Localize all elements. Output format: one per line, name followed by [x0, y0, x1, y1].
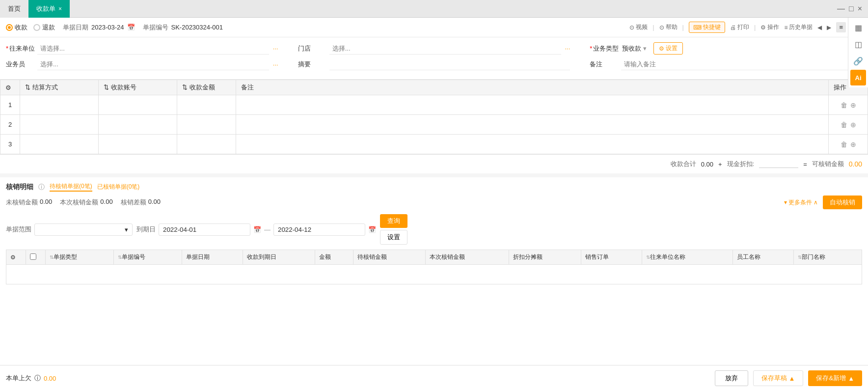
- doc-date-group: 单据日期 2023-03-24 📅: [63, 23, 135, 32]
- tab-receipt[interactable]: 收款单 ×: [28, 0, 70, 18]
- col-amount-label: 收款金额: [190, 84, 215, 91]
- row2-amount[interactable]: [177, 115, 236, 135]
- info-icon[interactable]: ⓘ: [38, 183, 45, 192]
- doc-no-value[interactable]: SK-20230324-001: [171, 24, 223, 31]
- row2-account[interactable]: [99, 115, 177, 135]
- btn-video[interactable]: ⊙ 视频: [629, 23, 648, 31]
- col-remark-label: 备注: [241, 84, 254, 91]
- history-icon: ≡: [784, 24, 787, 31]
- sidebar-doc-icon[interactable]: ◫: [850, 36, 866, 52]
- row2-copy-icon[interactable]: ⊕: [850, 121, 856, 129]
- row3-remark[interactable]: [236, 135, 829, 154]
- unverified-label: 未核销金额: [6, 198, 38, 207]
- row3-settle[interactable]: [20, 135, 99, 154]
- radio-refund[interactable]: 退款: [33, 23, 55, 32]
- video-icon: ⊙: [629, 24, 634, 31]
- btn-help[interactable]: ⊙ 帮助: [659, 23, 678, 31]
- doc-date-value[interactable]: 2023-03-24: [91, 24, 124, 31]
- query-button[interactable]: 查询: [380, 214, 407, 228]
- sidebar-table-icon[interactable]: ▦: [850, 20, 866, 35]
- business-type-select[interactable]: 预收款 ▾: [622, 44, 647, 53]
- counterpart-input[interactable]: [37, 43, 269, 55]
- salesperson-more[interactable]: ···: [273, 61, 278, 68]
- table-row: 3 🗑 ⊕: [0, 135, 868, 154]
- row3-account[interactable]: [99, 135, 177, 154]
- equals-sign: =: [803, 161, 807, 168]
- btn-print[interactable]: 🖨 打印: [730, 23, 749, 31]
- sub-col-gear[interactable]: ⚙: [6, 250, 26, 265]
- salesperson-input[interactable]: [37, 58, 269, 70]
- plus-sign: +: [718, 161, 722, 168]
- discount-label: 现金折扣:: [727, 160, 755, 168]
- table-row: 1 🗑 ⊕: [0, 95, 868, 115]
- row3-delete-icon[interactable]: 🗑: [841, 140, 847, 148]
- col-remark-header: 备注: [236, 80, 829, 95]
- row2-action: 🗑 ⊕: [829, 115, 868, 135]
- row1-copy-icon[interactable]: ⊕: [850, 101, 856, 109]
- counterpart-more[interactable]: ···: [273, 45, 278, 52]
- auto-cancel-button[interactable]: 自动核销: [823, 196, 862, 209]
- tab-receipt-label: 收款单: [36, 4, 55, 13]
- more-conditions-btn[interactable]: ▾ 更多条件 ∧: [784, 198, 818, 207]
- print-icon: 🖨: [730, 24, 736, 31]
- save-new-button[interactable]: 保存&新增 ▲: [808, 370, 862, 386]
- completed-tab[interactable]: 已核销单据(0笔): [97, 183, 140, 191]
- diff-val: 0.00: [148, 198, 161, 207]
- sub-col-checkbox[interactable]: [26, 250, 46, 265]
- summary-input[interactable]: [329, 58, 570, 70]
- row3-amount[interactable]: [177, 135, 236, 154]
- nav-right[interactable]: ▶: [827, 24, 831, 31]
- gear-icon: ⚙: [659, 45, 664, 52]
- discard-button[interactable]: 放弃: [715, 370, 748, 386]
- select-all-checkbox[interactable]: [30, 253, 36, 260]
- radio-receipt[interactable]: 收款: [6, 23, 27, 32]
- row1-settle[interactable]: [20, 95, 99, 115]
- store-more[interactable]: ···: [565, 45, 570, 52]
- date-from-input[interactable]: [159, 223, 250, 236]
- row1-amount[interactable]: [177, 95, 236, 115]
- chevron-up-icon: ∧: [814, 199, 818, 206]
- btn-print-label: 打印: [737, 23, 749, 31]
- sep1: |: [652, 24, 654, 31]
- store-input[interactable]: [329, 43, 561, 55]
- discount-input[interactable]: [759, 160, 798, 168]
- row1-account[interactable]: [99, 95, 177, 115]
- form-row-2: 业务员 ··· 摘要 备注: [6, 58, 862, 70]
- sub-col-no-header: ⇅单据编号: [114, 250, 182, 265]
- set-button[interactable]: 设置: [380, 230, 407, 245]
- verifiable-label: 可核销金额: [812, 160, 844, 168]
- right-sidebar: ▦ ◫ 🔗 Ai: [848, 18, 868, 87]
- btn-shortcut[interactable]: ⌨ 快捷键: [689, 22, 725, 33]
- row3-copy-icon[interactable]: ⊕: [850, 140, 856, 148]
- sidebar-link-icon[interactable]: 🔗: [850, 53, 866, 69]
- save-draft-button[interactable]: 保存草稿 ▲: [753, 370, 804, 386]
- row2-delete-icon[interactable]: 🗑: [841, 121, 847, 129]
- sidebar-ai-icon[interactable]: Ai: [850, 70, 866, 85]
- cal-from-icon[interactable]: 📅: [253, 226, 261, 233]
- minimize-icon[interactable]: —: [837, 4, 845, 13]
- maximize-icon[interactable]: □: [849, 4, 854, 13]
- col-gear-header[interactable]: ⚙: [0, 80, 20, 95]
- tab-home[interactable]: 首页: [0, 0, 28, 18]
- store-label: 门店: [298, 44, 327, 53]
- range-select[interactable]: ▾: [34, 223, 133, 236]
- sub-col-counterpart-header: ⇅往来单位名称: [642, 250, 732, 265]
- date-to-input[interactable]: [273, 223, 365, 236]
- layout-icon[interactable]: ≡: [836, 22, 846, 32]
- pending-tab[interactable]: 待核销单据(0笔): [50, 182, 92, 192]
- cal-to-icon[interactable]: 📅: [368, 226, 376, 233]
- calendar-icon[interactable]: 📅: [127, 24, 135, 31]
- close-icon[interactable]: ×: [858, 4, 862, 13]
- date-actions: 查询 设置: [380, 214, 407, 245]
- row1-remark[interactable]: [236, 95, 829, 115]
- sub-gear-icon: ⚙: [10, 254, 16, 261]
- row2-settle[interactable]: [20, 115, 99, 135]
- nav-left[interactable]: ◀: [817, 24, 822, 31]
- row2-remark[interactable]: [236, 115, 829, 135]
- btn-history[interactable]: ≡ 历史单据: [784, 23, 813, 31]
- row1-delete-icon[interactable]: 🗑: [841, 101, 847, 109]
- btn-operation[interactable]: ⚙ 操作: [760, 23, 779, 31]
- tab-close-icon[interactable]: ×: [58, 5, 62, 12]
- settings-button[interactable]: ⚙ 设置: [653, 42, 683, 55]
- remarks-input[interactable]: [621, 58, 862, 70]
